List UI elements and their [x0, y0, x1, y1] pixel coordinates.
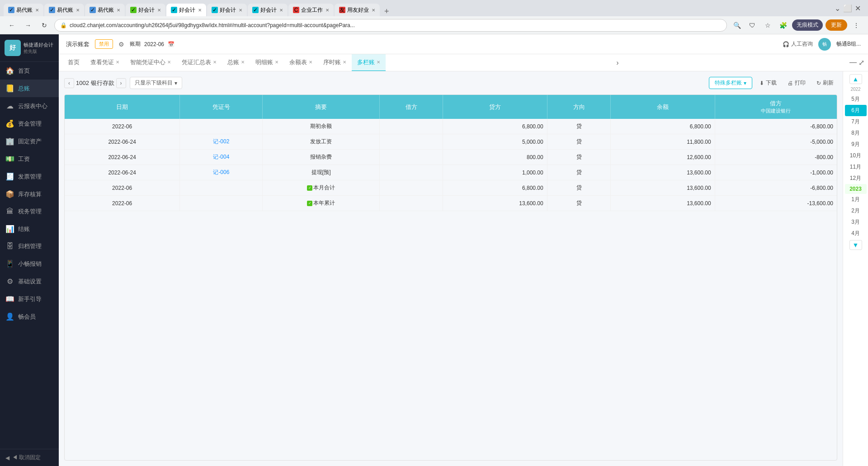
sidebar-item-invoice[interactable]: 🧾 发票管理 [0, 168, 59, 185]
calendar-month-6[interactable]: 6月 [845, 105, 867, 116]
tab-general-ledger[interactable]: 总账 ✕ [222, 54, 250, 71]
tab-close[interactable]: ✕ [157, 8, 161, 13]
sidebar-item-settings[interactable]: ⚙ 基础设置 [0, 273, 59, 290]
tab-multi-column[interactable]: 多栏账 ✕ [352, 54, 386, 71]
tab-close[interactable]: ✕ [198, 8, 202, 13]
sidebar-item-member[interactable]: 👤 畅会员 [0, 308, 59, 325]
update-button[interactable]: 更新 [826, 19, 847, 31]
tab-close-icon[interactable]: ✕ [377, 60, 380, 65]
calendar-month-1[interactable]: 1月 [845, 194, 867, 205]
filter-button[interactable]: 只显示下级科目 ▾ [130, 77, 182, 89]
bookmark-icon[interactable]: ☆ [761, 19, 774, 32]
expand-panel-icon[interactable]: ⤢ [859, 58, 864, 67]
calendar-month-8[interactable]: 8月 [845, 127, 867, 139]
calendar-month-4[interactable]: 4月 [845, 228, 867, 239]
tab-yonyou[interactable]: 友 用友好业 ✕ [335, 4, 380, 16]
prev-account-button[interactable]: ‹ [64, 78, 74, 88]
sidebar-item-inventory[interactable]: 📦 库存核算 [0, 185, 59, 203]
cell-voucher[interactable]: 记-002 [180, 134, 263, 150]
tab-detail-ledger[interactable]: 明细账 ✕ [250, 54, 284, 71]
sidebar-item-guide[interactable]: 📖 新手引导 [0, 290, 59, 308]
period-selector[interactable]: 账期 2022-06 📅 [130, 40, 175, 48]
maximize-button[interactable]: ⬜ [843, 4, 852, 13]
multi-col-button[interactable]: 特殊多栏账 ▾ [709, 77, 752, 89]
sidebar-item-assets[interactable]: 🏢 固定资产 [0, 132, 59, 150]
tab-haokuaiji-4[interactable]: ✓ 好会计 ✕ [248, 4, 288, 16]
user-avatar[interactable]: 畅 [818, 38, 831, 51]
tab-close[interactable]: ✕ [372, 8, 375, 13]
url-bar[interactable]: 🔒 cloud2.chanjet.com/accounting/uh26t264… [54, 19, 727, 32]
sidebar-item-fund[interactable]: 💰 资金管理 [0, 115, 59, 132]
cell-credit: 1,000.00 [443, 165, 547, 180]
tab-haokuaiji-2[interactable]: ✓ 好会计 ✕ [166, 4, 206, 16]
cell-voucher[interactable]: 记-004 [180, 150, 263, 165]
calendar-month-2[interactable]: 2月 [845, 205, 867, 217]
tab-sequence-ledger[interactable]: 序时账 ✕ [318, 54, 352, 71]
sidebar-item-tax[interactable]: 🏛 税务管理 [0, 203, 59, 220]
tab-close[interactable]: ✕ [76, 8, 80, 13]
next-account-button[interactable]: › [116, 78, 126, 88]
calendar-month-11[interactable]: 11月 [845, 161, 867, 173]
calendar-month-3[interactable]: 3月 [845, 217, 867, 228]
close-button[interactable]: ✕ [855, 4, 861, 13]
tab-yidaizhang-2[interactable]: ✓ 易代账 ✕ [44, 4, 84, 16]
sidebar-item-salary[interactable]: 💵 工资 [0, 150, 59, 168]
tab-close-icon[interactable]: ✕ [116, 60, 119, 65]
reload-button[interactable]: ↻ [38, 19, 51, 32]
tab-home[interactable]: 首页 [62, 54, 85, 71]
back-button[interactable]: ← [5, 19, 18, 32]
sidebar-item-archive[interactable]: 🗄 归档管理 [0, 238, 59, 255]
calendar-month-12[interactable]: 12月 [845, 173, 867, 184]
sidebar-item-expense[interactable]: 📱 小畅报销 [0, 255, 59, 273]
tab-haokuaiji-3[interactable]: ✓ 好会计 ✕ [207, 4, 247, 16]
tab-close-icon[interactable]: ✕ [241, 60, 245, 65]
tab-close-icon[interactable]: ✕ [213, 60, 217, 65]
calendar-month-9[interactable]: 9月 [845, 139, 867, 150]
settings-icon[interactable]: ⚙ [118, 41, 124, 48]
incognito-button[interactable]: 无痕模式 [792, 19, 823, 31]
calendar-month-5[interactable]: 5月 [845, 94, 867, 105]
tab-close[interactable]: ✕ [326, 8, 329, 13]
sidebar-item-ledger[interactable]: 📒 总账 [0, 80, 59, 97]
calendar-month-7[interactable]: 7月 [845, 116, 867, 127]
tab-close[interactable]: ✕ [279, 8, 283, 13]
new-tab-button[interactable]: + [384, 7, 389, 16]
consult-button[interactable]: 🎧 人工咨询 [783, 40, 813, 48]
minimize-button[interactable]: ⌄ [835, 4, 840, 13]
cell-sub-debit: -800.00 [715, 150, 837, 165]
tab-close-icon[interactable]: ✕ [275, 60, 278, 65]
cell-voucher[interactable]: 记-006 [180, 165, 263, 180]
shield-icon[interactable]: 🛡 [746, 19, 759, 32]
tab-enterprise[interactable]: C 企业工作 ✕ [288, 4, 334, 16]
minimize-panel-icon[interactable]: — [849, 58, 857, 67]
tab-voucher-summary[interactable]: 凭证汇总表 ✕ [176, 54, 222, 71]
download-button[interactable]: ⬇ 下载 [756, 77, 780, 89]
tab-close[interactable]: ✕ [117, 8, 120, 13]
tab-view-voucher[interactable]: 查看凭证 ✕ [85, 54, 125, 71]
collapse-tabs-button[interactable]: › [613, 59, 622, 67]
search-icon[interactable]: 🔍 [731, 19, 743, 32]
forward-button[interactable]: → [22, 19, 34, 32]
calendar-month-10[interactable]: 10月 [845, 150, 867, 161]
tab-yidaizhang-1[interactable]: ✓ 易代账 ✕ [4, 4, 43, 16]
calendar-scroll-up[interactable]: ▲ [849, 74, 862, 84]
tab-close-icon[interactable]: ✕ [309, 60, 312, 65]
calendar-scroll-down[interactable]: ▼ [849, 240, 862, 250]
tab-close[interactable]: ✕ [239, 8, 242, 13]
refresh-button[interactable]: ↻ 刷新 [813, 77, 837, 89]
sidebar-item-close[interactable]: 📊 结账 [0, 220, 59, 238]
tab-close[interactable]: ✕ [35, 8, 39, 13]
tab-close-icon[interactable]: ✕ [167, 60, 171, 65]
tab-yidaizhang-3[interactable]: ✓ 易代账 ✕ [85, 4, 125, 16]
sidebar-item-home[interactable]: 🏠 首页 [0, 62, 59, 80]
print-button[interactable]: 🖨 打印 [784, 77, 809, 89]
tab-haokuaiji-1[interactable]: ✓ 好会计 ✕ [126, 4, 165, 16]
sidebar-item-cloud-reports[interactable]: ☁ 云报表中心 [0, 97, 59, 115]
sidebar-unpin-button[interactable]: ◀ ◀ 取消固定 [0, 449, 59, 466]
demo-tag[interactable]: 禁用 [95, 39, 113, 49]
menu-icon[interactable]: ⋮ [850, 19, 863, 32]
tab-close-icon[interactable]: ✕ [343, 60, 346, 65]
tab-smart-voucher[interactable]: 智能凭证中心 ✕ [125, 54, 176, 71]
extensions-icon[interactable]: 🧩 [777, 19, 789, 32]
tab-balance-sheet[interactable]: 余额表 ✕ [284, 54, 318, 71]
